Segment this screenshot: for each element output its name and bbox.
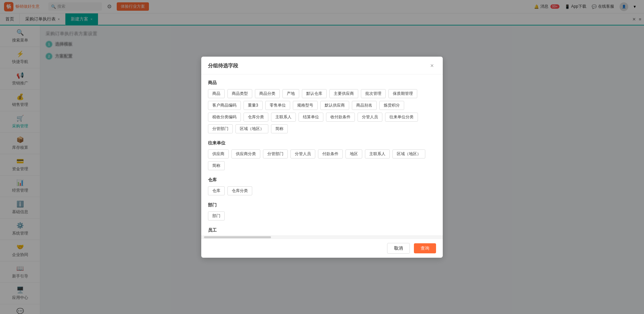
field-tag[interactable]: 仓库 (208, 186, 225, 195)
field-tag[interactable]: 产地 (282, 89, 299, 98)
modal-header: 分组待选字段 × (201, 57, 443, 74)
field-tag[interactable]: 往来单位分类 (385, 113, 418, 122)
modal-dialog: 分组待选字段 × 商品 商品 商品类型 商品分类 产地 默认仓库 主要供应商 批… (201, 57, 443, 258)
modal-body: 商品 商品 商品类型 商品分类 产地 默认仓库 主要供应商 批次管理 保质期管理… (201, 74, 443, 236)
field-tag[interactable]: 分管部门 (208, 124, 233, 133)
field-tag[interactable]: 供应商 (208, 149, 229, 159)
field-tag[interactable]: 客户商品编码 (208, 101, 241, 110)
field-tag[interactable]: 仓库分类 (244, 113, 268, 122)
field-tag[interactable]: 商品分类 (255, 89, 280, 98)
field-tag[interactable]: 主联系人 (271, 113, 296, 122)
field-tag[interactable]: 零售单位 (265, 101, 290, 110)
field-tag[interactable]: 结算单位 (299, 113, 323, 122)
field-tag[interactable]: 部门 (208, 211, 225, 221)
field-tag[interactable]: 重量3 (244, 101, 263, 110)
field-tag[interactable]: 主联系人 (365, 149, 390, 159)
field-tag[interactable]: 付款条件 (318, 149, 343, 159)
field-tag[interactable]: 默认供应商 (320, 101, 349, 110)
modal-footer: 取消 查询 (201, 239, 443, 258)
modal-cancel-button[interactable]: 取消 (387, 243, 410, 254)
field-tag[interactable]: 供应商分类 (231, 149, 260, 159)
field-tag[interactable]: 默认仓库 (302, 89, 327, 98)
section-warehouse-title: 仓库 (208, 177, 436, 183)
section-partner-fields: 供应商 供应商分类 分管部门 分管人员 付款条件 地区 主联系人 区域（地区） … (208, 149, 436, 170)
field-tag[interactable]: 商品别名 (352, 101, 377, 110)
field-tag[interactable]: 炼货积分 (379, 101, 404, 110)
modal-title: 分组待选字段 (208, 63, 238, 69)
field-tag[interactable]: 分管人员 (358, 113, 382, 122)
section-partner: 往来单位 供应商 供应商分类 分管部门 分管人员 付款条件 地区 主联系人 区域… (208, 140, 436, 170)
field-tag[interactable]: 区域（地区） (392, 149, 425, 159)
field-tag[interactable]: 区域（地区） (235, 124, 268, 133)
section-employee-title: 员工 (208, 227, 436, 233)
field-tag[interactable]: 保质期管理 (388, 89, 417, 98)
section-product: 商品 商品 商品类型 商品分类 产地 默认仓库 主要供应商 批次管理 保质期管理… (208, 80, 436, 133)
section-product-fields: 商品 商品类型 商品分类 产地 默认仓库 主要供应商 批次管理 保质期管理 客户… (208, 89, 436, 133)
field-tag[interactable]: 税收分类编码 (208, 113, 241, 122)
field-tag[interactable]: 商品 (208, 89, 225, 98)
modal-confirm-button[interactable]: 查询 (414, 243, 436, 253)
section-department-fields: 部门 (208, 211, 436, 221)
field-tag[interactable]: 收付款条件 (326, 113, 355, 122)
hscroll-thumb[interactable] (204, 236, 271, 238)
modal-horizontal-scrollbar[interactable] (201, 236, 443, 239)
field-tag[interactable]: 分管人员 (290, 149, 315, 159)
modal-overlay: 分组待选字段 × 商品 商品 商品类型 商品分类 产地 默认仓库 主要供应商 批… (0, 0, 644, 314)
field-tag[interactable]: 规格型号 (293, 101, 318, 110)
section-department: 部门 部门 (208, 202, 436, 221)
field-tag[interactable]: 分管部门 (263, 149, 288, 159)
field-tag[interactable]: 仓库分类 (227, 186, 252, 195)
section-product-title: 商品 (208, 80, 436, 86)
section-partner-title: 往来单位 (208, 140, 436, 146)
field-tag[interactable]: 商品类型 (227, 89, 252, 98)
section-department-title: 部门 (208, 202, 436, 208)
section-employee: 员工 业务员 (208, 227, 436, 236)
field-tag[interactable]: 主要供应商 (329, 89, 358, 98)
modal-close-button[interactable]: × (428, 62, 436, 70)
field-tag[interactable]: 简称 (208, 161, 225, 170)
field-tag[interactable]: 批次管理 (361, 89, 386, 98)
field-tag[interactable]: 地区 (345, 149, 362, 159)
section-warehouse: 仓库 仓库 仓库分类 (208, 177, 436, 195)
field-tag[interactable]: 简称 (271, 124, 288, 133)
section-warehouse-fields: 仓库 仓库分类 (208, 186, 436, 195)
